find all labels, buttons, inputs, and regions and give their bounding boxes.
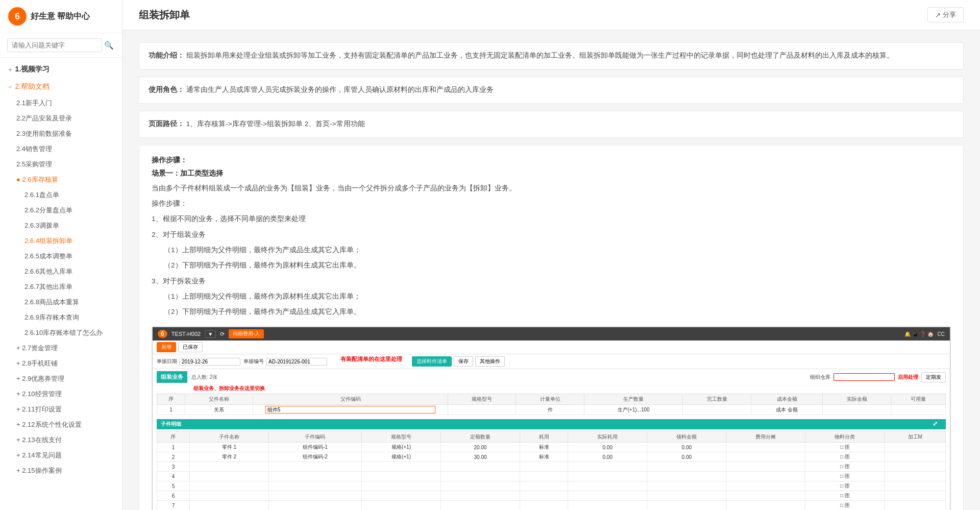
step3-1: （1）上部明细为父件明细，最终作为原材料生成其它出库单；: [164, 290, 951, 303]
sidebar-item-partial-stock[interactable]: 2.6.2分量盘点单: [0, 203, 122, 218]
sidebar-item-purchase[interactable]: 2.5采购管理: [0, 157, 122, 172]
role-text: 通常由生产人员或库管人员完成拆装业务的操作，库管人员确认原材料的出库和产成品的入…: [186, 86, 494, 93]
td-parent-name: 关系: [185, 405, 253, 415]
path-box: 页面路径： 1、库存核算->库存管理->组装拆卸单 2、首页->常用功能: [139, 111, 964, 138]
step2-1: （1）上部明细为父件明细，最终作为产成品生成其它入库单；: [164, 244, 951, 256]
mock-confirm-btn[interactable]: 定期发: [921, 372, 946, 382]
lth-process: 加工M: [885, 432, 946, 443]
sidebar-item-docs[interactable]: − 2.帮助文档: [0, 78, 122, 95]
sidebar-item-mobile[interactable]: + 2.8手机旺铺: [0, 356, 122, 371]
sidebar-item-sales[interactable]: 2.4销售管理: [0, 141, 122, 157]
lth-category: 物料分类: [805, 432, 885, 443]
sidebar-item-payment[interactable]: + 2.13在线支付: [0, 432, 122, 448]
table-row: 1 零件 1 组件编码-1 规格(+1) 20.00 标准 0.00 0.00: [157, 443, 946, 452]
top-bar: 组装拆卸单 ↗ 分享: [122, 0, 980, 30]
td-actual: [823, 405, 891, 415]
mock-warehouse-input[interactable]: [834, 373, 895, 381]
mock-docno-label: 单据编号: [243, 358, 264, 365]
mock-app: 6 TEST-H002 ▼ ⟳ 同期费用-入 🔔 📱 ❓ 🏠 CC: [152, 327, 950, 510]
sidebar-item-cost-adjust[interactable]: 2.6.5成本调整单: [0, 249, 122, 264]
search-button[interactable]: 🔍: [102, 41, 116, 50]
mock-extra-btn1[interactable]: 保存: [454, 356, 473, 367]
share-button[interactable]: ↗ 分享: [927, 7, 964, 22]
mock-nav-tabs: 新增 已保存: [153, 341, 950, 354]
mock-date-input[interactable]: [179, 358, 240, 366]
intro-label: 功能介绍：: [149, 52, 184, 59]
role-box: 使用角色： 通常由生产人员或库管人员完成拆装业务的操作，库管人员确认原材料的出库…: [139, 77, 964, 104]
sidebar-item-data-prep[interactable]: 2.3使用前数据准备: [0, 126, 122, 141]
td-seq: 1: [157, 405, 185, 415]
lth-actual-consume: 实际耗用: [568, 432, 647, 443]
intro-box: 功能介绍： 组装拆卸单用来处理企业组装或拆卸等加工业务，支持有固定装配清单的产品…: [139, 42, 964, 69]
nav-list: + 1.视频学习 − 2.帮助文档 2.1新手入门 2.2产品安装及登录 2.3…: [0, 58, 122, 481]
sidebar-item-inbound[interactable]: 2.6.6其他入库单: [0, 264, 122, 279]
code-input[interactable]: [265, 406, 436, 414]
sidebar-item-ledger-fix[interactable]: 2.6.10库存账本错了怎么办: [0, 325, 122, 341]
mock-tab-new[interactable]: 新增: [157, 342, 176, 352]
table-row: 6□ 匝: [157, 491, 946, 501]
mock-section-label: 组装业务: [157, 371, 187, 383]
th-parent-name: 父件名称: [185, 394, 253, 405]
mock-extra-btn2[interactable]: 其他操作: [475, 356, 505, 367]
lth-child-name: 子件名称: [189, 432, 268, 443]
sidebar-item-inventory[interactable]: ● 2.6库存核算: [0, 172, 122, 187]
active-bullet: ●: [16, 176, 20, 183]
mock-topbar-btn[interactable]: 同期费用-入: [229, 329, 264, 338]
table-row: 5□ 匝: [157, 481, 946, 491]
mock-row-count: 总入数: 2张: [191, 374, 217, 381]
logo-title: 好生意 帮助中心: [31, 11, 90, 22]
sidebar-item-assembly[interactable]: 2.6.4组装拆卸单: [0, 233, 122, 249]
sidebar-item-faq[interactable]: + 2.14常见问题: [0, 448, 122, 463]
scene-desc: 当由多个子件材料组装成一个成品的业务为【组装】业务，当由一个父件拆分成多个子产品…: [152, 182, 951, 195]
td-prod-qty: 生产(+1)...100: [584, 405, 683, 415]
mock-form-row: 单据日期 单据编号 有装配清单的在这里处理 选择料件清单 保存 其他操作: [153, 354, 950, 369]
mock-tab-saved[interactable]: 已保存: [178, 342, 203, 352]
mock-lower-table-header: 序 子件名称 子件编码 规格型号 定额数量 耗用 实际耗用 领料金额 费用分摊: [157, 432, 946, 443]
mock-process-btn[interactable]: 选择料件清单: [412, 356, 452, 367]
sidebar-item-coupon[interactable]: + 2.9优惠券管理: [0, 371, 122, 386]
sidebar-item-cost-recalc[interactable]: 2.6.8商品成本重算: [0, 295, 122, 310]
td-done-qty: [683, 405, 751, 415]
mock-dropdown[interactable]: ▼: [205, 330, 216, 338]
td-parent-code: [253, 405, 448, 415]
mock-docno-input[interactable]: [266, 358, 327, 366]
sidebar-item-system[interactable]: + 2.12系统个性化设置: [0, 417, 122, 432]
th-prod-qty: 生产数量: [584, 394, 683, 405]
sidebar-item-install[interactable]: 2.2产品安装及登录: [0, 111, 122, 126]
mock-refresh-icon[interactable]: ⟳: [220, 331, 225, 337]
sidebar-item-ops[interactable]: + 2.10经营管理: [0, 386, 122, 402]
step2: 2、对于组装业务: [152, 229, 951, 241]
table-row: 1 关系 件 生产(+1)...100 成本 金额: [157, 405, 946, 415]
sidebar-item-outbound[interactable]: 2.6.7其他出库单: [0, 279, 122, 295]
path-label: 页面路径：: [149, 120, 184, 128]
mock-expand-icon[interactable]: ⤢: [933, 420, 938, 427]
steps-container: 操作步骤： 场景一：加工类型选择 当由多个子件材料组装成一个成品的业务为【组装】…: [139, 145, 964, 510]
sidebar-item-video[interactable]: + 1.视频学习: [0, 61, 122, 78]
ops-heading: 操作步骤：: [152, 156, 951, 165]
screenshot-container: 6 TEST-H002 ▼ ⟳ 同期费用-入 🔔 📱 ❓ 🏠 CC: [152, 326, 951, 510]
table-row: 4□ 匝: [157, 472, 946, 481]
scene-label: 场景一：加工类型选择: [152, 169, 951, 178]
page-title: 组装拆卸单: [139, 8, 190, 22]
mock-lower-table: 序 子件名称 子件编码 规格型号 定额数量 耗用 实际耗用 领料金额 费用分摊: [157, 431, 946, 510]
mock-lower-table-container: 无固定清单可拖拽在这里录入 序 子件名称 子件编码 规格型号 定额数量 耗用: [153, 431, 950, 510]
mock-upper-table-header: 序 父件名称 父件编码 规格型号 计量单位 生产数量 完工数量 成本金额 实际金…: [157, 394, 946, 405]
step2-2: （2）下部明细为子件明细，最终作为原材料生成其它出库单。: [164, 259, 951, 272]
lth-child-code: 子件编码: [268, 432, 361, 443]
collapse-icon: −: [8, 83, 12, 91]
sidebar-item-finance[interactable]: + 2.7资金管理: [0, 341, 122, 356]
step3: 3、对于拆装业务: [152, 275, 951, 287]
mock-upper-table-container: 序 父件名称 父件编码 规格型号 计量单位 生产数量 完工数量 成本金额 实际金…: [153, 385, 950, 417]
intro-text: 组装拆卸单用来处理企业组装或拆卸等加工业务，支持有固定装配清单的产品加工业务，也…: [186, 52, 894, 59]
sidebar-item-print[interactable]: + 2.11打印设置: [0, 402, 122, 417]
sidebar-item-cases[interactable]: + 2.15操作案例: [0, 463, 122, 478]
sidebar-item-stocktake[interactable]: 2.6.1盘点单: [0, 187, 122, 203]
lth-alloc: 费用分摊: [726, 432, 805, 443]
search-input[interactable]: [7, 38, 102, 52]
sidebar-item-ledger-query[interactable]: 2.6.9库存账本查询: [0, 310, 122, 325]
search-area: 🔍: [0, 33, 122, 58]
sidebar-item-transfer[interactable]: 2.6.3调拨单: [0, 218, 122, 233]
table-row: 2 零件 2 组件编码-2 规格(+1) 30.00 标准 0.00 0.00: [157, 452, 946, 462]
step3-2: （2）下部明细为子件明细，最终作为产成品生成其它入库单。: [164, 306, 951, 318]
sidebar-item-beginner[interactable]: 2.1新手入门: [0, 95, 122, 111]
